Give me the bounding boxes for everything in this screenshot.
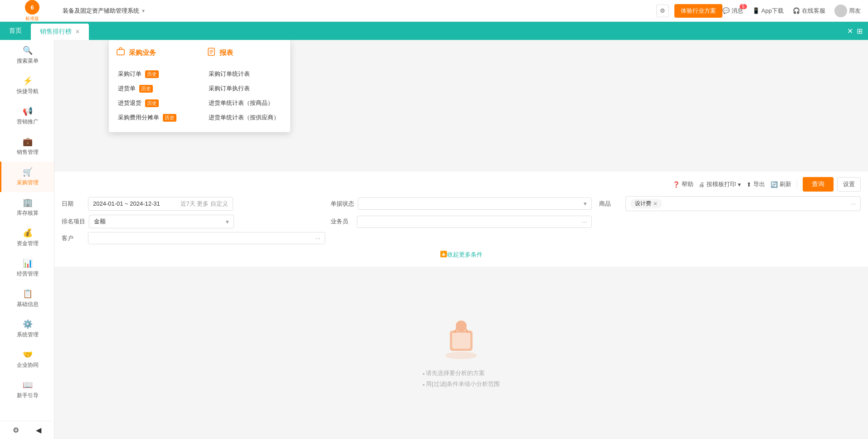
goods-tag: 设计费 ✕ bbox=[630, 199, 662, 208]
sidebar-item-purchase[interactable]: 🛒 采购管理 bbox=[0, 162, 54, 192]
query-toolbar: ❓ 帮助 🖨 按模板打印 ▾ ⬆ 导出 🔄 刷新 查询 bbox=[62, 177, 861, 192]
app-download-button[interactable]: 📱 App下载 bbox=[752, 7, 784, 15]
date-input[interactable]: 2024-01-01 ~ 2024-12-31 近7天 更多 自定义 bbox=[88, 197, 233, 211]
empty-illustration bbox=[439, 317, 484, 362]
maximize-icon[interactable]: ⊞ bbox=[857, 27, 863, 35]
settings-button[interactable]: 设置 bbox=[837, 177, 861, 192]
menu-item-purchase-order[interactable]: 采购订单 历史 bbox=[116, 67, 189, 81]
menu-item-return-goods[interactable]: 进货退货 历史 bbox=[116, 96, 189, 110]
sidebar-item-search[interactable]: 🔍 搜索菜单 bbox=[0, 40, 54, 70]
sidebar-item-system[interactable]: ⚙️ 系统管理 bbox=[0, 314, 54, 344]
settings-bottom-icon[interactable]: ⚙ bbox=[13, 426, 19, 434]
menu-item-purchase-order-exec[interactable]: 采购订单执行表 bbox=[207, 81, 281, 96]
menu-label: 采购订单统计表 bbox=[209, 70, 250, 78]
filter-rank: 排名项目 金额 ▾ bbox=[62, 215, 323, 228]
print-icon: 🖨 bbox=[699, 181, 705, 188]
help-button[interactable]: ❓ 帮助 bbox=[673, 180, 693, 188]
menu-item-incoming-by-supplier[interactable]: 进货单统计表（按供应商） bbox=[207, 110, 281, 125]
system-name: 装备及固定资产辅助管理系统 ▾ bbox=[63, 7, 653, 15]
svg-point-7 bbox=[445, 352, 477, 359]
print-button[interactable]: 🖨 按模板打印 ▾ bbox=[699, 180, 741, 188]
goods-input[interactable]: 设计费 ✕ ··· bbox=[625, 196, 861, 211]
purchase-section: 采购业务 采购订单 历史 进货单 历史 进货退货 历史 采购费用分摊单 历史 bbox=[116, 47, 189, 125]
menu-item-incoming-by-goods[interactable]: 进货单统计表（按商品） bbox=[207, 96, 281, 110]
sidebar-item-marketing[interactable]: 📢 营销推广 bbox=[0, 101, 54, 131]
filter-customer: 客户 ··· bbox=[62, 232, 325, 244]
history-badge: 历史 bbox=[139, 85, 153, 93]
help-icon: ❓ bbox=[673, 181, 680, 188]
rank-input[interactable]: 金额 ▾ bbox=[89, 215, 234, 228]
menu-label: 进货单统计表（按商品） bbox=[209, 99, 273, 107]
finance-icon: 💰 bbox=[23, 228, 33, 238]
query-button[interactable]: 查询 bbox=[803, 177, 834, 192]
tab-sales-rank[interactable]: 销售排行榜 ✕ bbox=[31, 24, 89, 40]
logo-icon: 6 bbox=[25, 0, 39, 15]
sidebar-item-finance[interactable]: 💰 资金管理 bbox=[0, 222, 54, 253]
menu-label: 进货单 bbox=[118, 84, 136, 93]
customer-input[interactable]: ··· bbox=[88, 232, 325, 244]
message-icon: 💬 bbox=[722, 7, 730, 14]
menu-label: 采购订单执行表 bbox=[209, 84, 250, 93]
header-right: 💬 消息 5 📱 App下载 🎧 在线客服 用友 bbox=[722, 5, 861, 17]
refresh-button[interactable]: 🔄 刷新 bbox=[770, 180, 791, 188]
online-service-button[interactable]: 🎧 在线客服 bbox=[793, 7, 825, 15]
report-section: 报表 采购订单统计表 采购订单执行表 进货单统计表（按商品） 进货单统计表（按供… bbox=[207, 47, 281, 125]
filter-salesman: 业务员 ··· bbox=[331, 216, 592, 228]
sidebar-item-operations[interactable]: 📊 经营管理 bbox=[0, 253, 54, 283]
avatar bbox=[834, 5, 847, 17]
menu-label: 采购费用分摊单 bbox=[118, 113, 159, 122]
tab-close-icon[interactable]: ✕ bbox=[75, 29, 80, 35]
sidebar-item-guide[interactable]: 📖 新手引导 bbox=[0, 375, 54, 405]
empty-state: 请先选择要分析的方案 用[过滤]条件来缩小分析范围 bbox=[54, 267, 868, 439]
tab-close-area: ✕ ⊞ bbox=[847, 22, 868, 40]
operations-icon: 📊 bbox=[23, 258, 33, 268]
query-area: ❓ 帮助 🖨 按模板打印 ▾ ⬆ 导出 🔄 刷新 查询 bbox=[54, 172, 868, 267]
empty-text-list: 请先选择要分析的方案 用[过滤]条件来缩小分析范围 bbox=[423, 368, 500, 390]
sidebar-item-sales[interactable]: 💼 销售管理 bbox=[0, 131, 54, 162]
status-label: 单据状态 bbox=[331, 200, 354, 208]
export-button[interactable]: ⬆ 导出 bbox=[746, 180, 765, 188]
sidebar-bottom: ⚙ ◀ bbox=[0, 421, 54, 439]
status-input[interactable]: ▾ bbox=[358, 197, 592, 210]
sidebar-item-inventory[interactable]: 🏢 库存核算 bbox=[0, 192, 54, 222]
salesman-input[interactable]: ··· bbox=[357, 216, 592, 228]
divider bbox=[797, 179, 797, 190]
tag-remove-icon[interactable]: ✕ bbox=[653, 201, 658, 207]
history-badge: 历史 bbox=[163, 114, 176, 122]
collapse-sidebar-icon[interactable]: ◀ bbox=[36, 426, 41, 434]
sidebar-item-collab[interactable]: 🤝 企业协同 bbox=[0, 344, 54, 375]
menu-item-purchase-order-stat[interactable]: 采购订单统计表 bbox=[207, 67, 281, 81]
history-badge: 历史 bbox=[145, 70, 159, 78]
menu-item-incoming[interactable]: 进货单 历史 bbox=[116, 81, 189, 96]
refresh-icon: 🔄 bbox=[770, 181, 778, 188]
print-chevron-icon: ▾ bbox=[738, 181, 741, 188]
main-layout: 🔍 搜索菜单 ⚡ 快捷导航 📢 营销推广 💼 销售管理 🛒 采购管理 🏢 库存核… bbox=[0, 40, 868, 439]
svg-text:6: 6 bbox=[30, 4, 34, 11]
purchase-section-title: 采购业务 bbox=[116, 47, 189, 61]
system-icon: ⚙️ bbox=[23, 319, 33, 329]
industry-button[interactable]: 体验行业方案 bbox=[674, 4, 722, 18]
chevron-down-icon[interactable]: ▾ bbox=[142, 8, 145, 14]
sales-icon: 💼 bbox=[23, 137, 33, 147]
user-area[interactable]: 用友 bbox=[834, 5, 861, 17]
tab-home[interactable]: 首页 bbox=[0, 22, 31, 40]
date-label: 日期 bbox=[62, 200, 84, 208]
sidebar-item-basicinfo[interactable]: 📋 基础信息 bbox=[0, 283, 54, 314]
menu-label: 采购订单 bbox=[118, 70, 141, 78]
inventory-icon: 🏢 bbox=[23, 197, 33, 207]
message-button[interactable]: 💬 消息 5 bbox=[722, 7, 743, 15]
menu-item-purchase-expense[interactable]: 采购费用分摊单 历史 bbox=[116, 110, 189, 125]
collapse-row[interactable]: 🔼 收起更多条件 bbox=[62, 248, 861, 261]
menu-label: 进货退货 bbox=[118, 99, 141, 107]
phone-icon: 📱 bbox=[752, 7, 760, 14]
content-area: 采购业务 采购订单 历史 进货单 历史 进货退货 历史 采购费用分摊单 历史 bbox=[54, 40, 868, 439]
svg-point-10 bbox=[456, 321, 467, 331]
sidebar: 🔍 搜索菜单 ⚡ 快捷导航 📢 营销推广 💼 销售管理 🛒 采购管理 🏢 库存核… bbox=[0, 40, 54, 439]
sidebar-item-quicknav[interactable]: ⚡ 快捷导航 bbox=[0, 70, 54, 101]
close-window-icon[interactable]: ✕ bbox=[847, 27, 853, 35]
tab-bar: 首页 销售排行榜 ✕ ✕ ⊞ bbox=[0, 22, 868, 40]
salesman-label: 业务员 bbox=[331, 217, 353, 226]
gear-button[interactable]: ⚙ bbox=[656, 5, 669, 17]
purchase-section-icon bbox=[116, 47, 125, 59]
menu-label: 进货单统计表（按供应商） bbox=[209, 113, 279, 122]
